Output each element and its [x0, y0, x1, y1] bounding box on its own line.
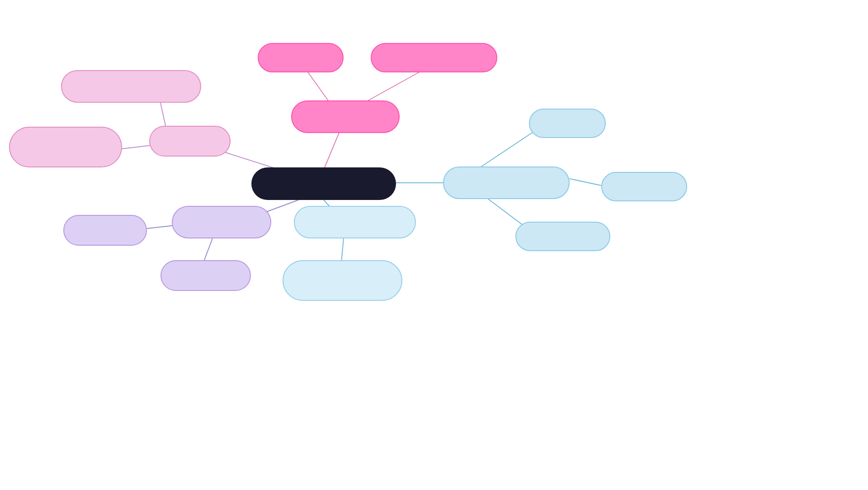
soulful-hour-node[interactable] — [371, 43, 497, 72]
benefits-node[interactable] — [443, 167, 570, 199]
svg-line-4 — [307, 71, 330, 103]
snow-melter-node[interactable] — [258, 43, 344, 72]
inclusivity-node[interactable] — [149, 126, 231, 157]
svg-line-5 — [362, 71, 420, 104]
vinyasa-flow-node[interactable] — [160, 260, 251, 291]
price-node[interactable] — [283, 260, 402, 301]
other-styles-node[interactable] — [63, 215, 147, 246]
svg-line-14 — [341, 238, 344, 262]
membership-options-node[interactable] — [294, 206, 416, 238]
positive-body-node[interactable] — [61, 70, 201, 103]
community-events-node[interactable] — [291, 100, 400, 133]
svg-line-12 — [203, 238, 212, 262]
practice-styles-node[interactable] — [172, 206, 271, 238]
mental-clarity-node[interactable] — [515, 222, 610, 251]
flexibility-node[interactable] — [601, 172, 687, 201]
modifications-node[interactable] — [9, 127, 122, 167]
svg-line-8 — [570, 179, 601, 186]
center-node[interactable] — [251, 167, 396, 200]
strength-node[interactable] — [529, 109, 606, 138]
